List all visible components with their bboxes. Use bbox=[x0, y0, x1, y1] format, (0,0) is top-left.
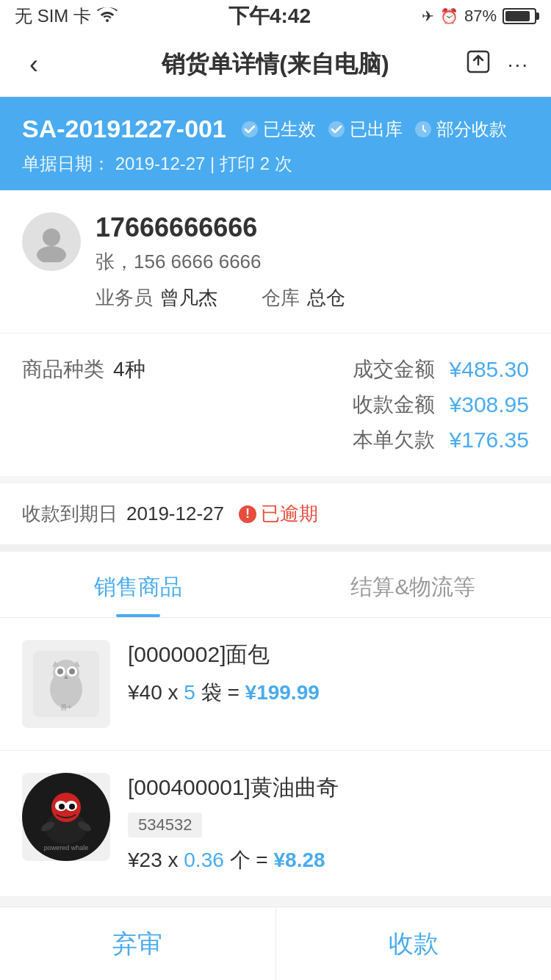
banner-top: SA-20191227-001 已生效 已出库 部分收款 bbox=[22, 115, 529, 143]
list-item: powered whale [000400001]黄油曲奇 534532 ¥23… bbox=[0, 751, 551, 897]
nav-bar: ‹ 销货单详情(来自电脑) ··· bbox=[0, 32, 551, 97]
back-button[interactable]: ‹ bbox=[22, 42, 46, 87]
received-amount-value: ¥308.95 bbox=[450, 392, 529, 417]
products-section: 兽+ [0000002]面包 ¥40 x 5 袋 = ¥199.99 bbox=[0, 618, 551, 897]
product-qty-2: 0.36 bbox=[184, 849, 224, 871]
product-name-2: [000400001]黄油曲奇 bbox=[128, 773, 529, 803]
deal-amount-label: 成交金额 bbox=[353, 356, 435, 383]
svg-point-23 bbox=[59, 804, 65, 810]
received-amount-label: 收款金额 bbox=[353, 391, 435, 419]
product-details-2: [000400001]黄油曲奇 534532 ¥23 x 0.36 个 = ¥8… bbox=[128, 773, 529, 874]
warehouse-item: 仓库 总仓 bbox=[262, 285, 345, 311]
product-total-2: ¥8.28 bbox=[273, 849, 325, 871]
battery-percent: 87% bbox=[464, 7, 497, 26]
customer-phone: 张，156 6666 6666 bbox=[96, 249, 529, 275]
deal-amount-row: 成交金额 ¥485.30 bbox=[353, 356, 529, 383]
alarm-icon: ⏰ bbox=[440, 7, 458, 25]
svg-point-1 bbox=[242, 121, 258, 137]
avatar bbox=[22, 212, 81, 271]
status-time: 下午4:42 bbox=[228, 2, 311, 30]
summary-section: 商品种类 4种 成交金额 ¥485.30 收款金额 ¥308.95 本单欠款 ¥… bbox=[0, 334, 551, 483]
overdue-badge: ! 已逾期 bbox=[239, 501, 318, 527]
summary-left: 商品种类 4种 bbox=[22, 356, 145, 383]
more-icon[interactable]: ··· bbox=[508, 53, 529, 76]
product-name-1: [0000002]面包 bbox=[128, 640, 529, 670]
location-icon: ✈ bbox=[422, 7, 434, 25]
warehouse-label: 仓库 bbox=[262, 285, 300, 311]
product-thumb-1: 兽+ bbox=[22, 640, 110, 728]
tabs: 销售商品 结算&物流等 bbox=[0, 552, 551, 617]
warehouse-value: 总仓 bbox=[307, 285, 345, 311]
header-date: 2019-12-27 bbox=[115, 154, 206, 173]
svg-point-2 bbox=[328, 121, 345, 137]
debt-amount-row: 本单欠款 ¥176.35 bbox=[353, 426, 529, 454]
svg-point-4 bbox=[43, 228, 60, 246]
customer-name: 17666666666 bbox=[96, 212, 529, 243]
status-badge-partial: 部分收款 bbox=[414, 118, 507, 141]
bottom-bar: 弃审 收款 bbox=[0, 907, 551, 980]
type-label: 商品种类 bbox=[22, 356, 104, 383]
list-item: 兽+ [0000002]面包 ¥40 x 5 袋 = ¥199.99 bbox=[0, 618, 551, 751]
product-qty-1: 5 bbox=[184, 681, 195, 704]
salesperson-label: 业务员 bbox=[96, 285, 153, 311]
svg-text:powered whale: powered whale bbox=[44, 844, 89, 851]
received-amount-row: 收款金额 ¥308.95 bbox=[353, 391, 529, 419]
deal-amount-value: ¥485.30 bbox=[450, 357, 529, 382]
cancel-review-button[interactable]: 弃审 bbox=[0, 907, 276, 980]
product-details-1: [0000002]面包 ¥40 x 5 袋 = ¥199.99 bbox=[128, 640, 529, 707]
status-badges: 已生效 已出库 部分收款 bbox=[241, 118, 507, 141]
customer-info: 17666666666 张，156 6666 6666 业务员 曾凡杰 仓库 总… bbox=[96, 212, 529, 311]
salesperson-item: 业务员 曾凡杰 bbox=[96, 285, 217, 311]
tab-settlement[interactable]: 结算&物流等 bbox=[276, 552, 551, 617]
overdue-dot-icon: ! bbox=[239, 505, 256, 523]
product-type-item: 商品种类 4种 bbox=[22, 356, 145, 383]
status-bar: 无 SIM 卡 下午4:42 ✈ ⏰ 87% bbox=[0, 0, 551, 32]
battery-icon bbox=[503, 8, 536, 24]
svg-point-12 bbox=[69, 669, 75, 674]
share-icon[interactable] bbox=[467, 50, 490, 79]
nav-right-actions: ··· bbox=[467, 50, 529, 79]
status-right: ✈ ⏰ 87% bbox=[422, 7, 536, 26]
customer-section: 17666666666 张，156 6666 6666 业务员 曾凡杰 仓库 总… bbox=[0, 190, 551, 334]
due-label: 收款到期日 bbox=[22, 501, 118, 527]
tabs-section: 销售商品 结算&物流等 bbox=[0, 552, 551, 618]
svg-point-5 bbox=[37, 246, 66, 262]
order-id: SA-20191227-001 bbox=[22, 115, 226, 143]
product-price-1: ¥40 x 5 袋 = ¥199.99 bbox=[128, 679, 529, 707]
summary-right: 成交金额 ¥485.30 收款金额 ¥308.95 本单欠款 ¥176.35 bbox=[353, 356, 529, 454]
salesperson-value: 曾凡杰 bbox=[160, 285, 217, 311]
header-banner: SA-20191227-001 已生效 已出库 部分收款 单据日期： 2019-… bbox=[0, 97, 551, 190]
collect-payment-button[interactable]: 收款 bbox=[276, 907, 552, 980]
svg-text:兽+: 兽+ bbox=[60, 703, 72, 711]
customer-meta: 业务员 曾凡杰 仓库 总仓 bbox=[96, 285, 529, 311]
status-left: 无 SIM 卡 bbox=[15, 4, 118, 28]
svg-point-24 bbox=[69, 804, 75, 810]
product-price-2: ¥23 x 0.36 个 = ¥8.28 bbox=[128, 846, 529, 874]
banner-date-info: 单据日期： 2019-12-27 | 打印 2 次 bbox=[22, 152, 529, 176]
carrier-text: 无 SIM 卡 bbox=[15, 4, 91, 28]
product-total-1: ¥199.99 bbox=[245, 681, 320, 704]
page-title: 销货单详情(来自电脑) bbox=[162, 48, 389, 81]
tab-sales-products[interactable]: 销售商品 bbox=[0, 552, 276, 617]
product-image-2: powered whale bbox=[22, 773, 110, 861]
status-badge-shipped: 已出库 bbox=[328, 118, 403, 141]
date-label: 单据日期： bbox=[22, 154, 110, 173]
status-badge-effective: 已生效 bbox=[241, 118, 316, 141]
type-count: 4种 bbox=[113, 356, 145, 383]
wifi-icon bbox=[97, 6, 118, 26]
product-badge-2: 534532 bbox=[128, 813, 202, 837]
print-info: 打印 2 次 bbox=[220, 154, 292, 173]
debt-amount-value: ¥176.35 bbox=[450, 428, 529, 453]
product-thumb-2: powered whale bbox=[22, 773, 110, 861]
svg-point-11 bbox=[57, 669, 63, 674]
due-date-value: 2019-12-27 bbox=[126, 502, 224, 525]
debt-amount-label: 本单欠款 bbox=[353, 426, 435, 454]
overdue-text: 已逾期 bbox=[261, 501, 318, 527]
summary-row: 商品种类 4种 成交金额 ¥485.30 收款金额 ¥308.95 本单欠款 ¥… bbox=[22, 356, 529, 454]
due-section: 收款到期日 2019-12-27 ! 已逾期 bbox=[0, 483, 551, 552]
